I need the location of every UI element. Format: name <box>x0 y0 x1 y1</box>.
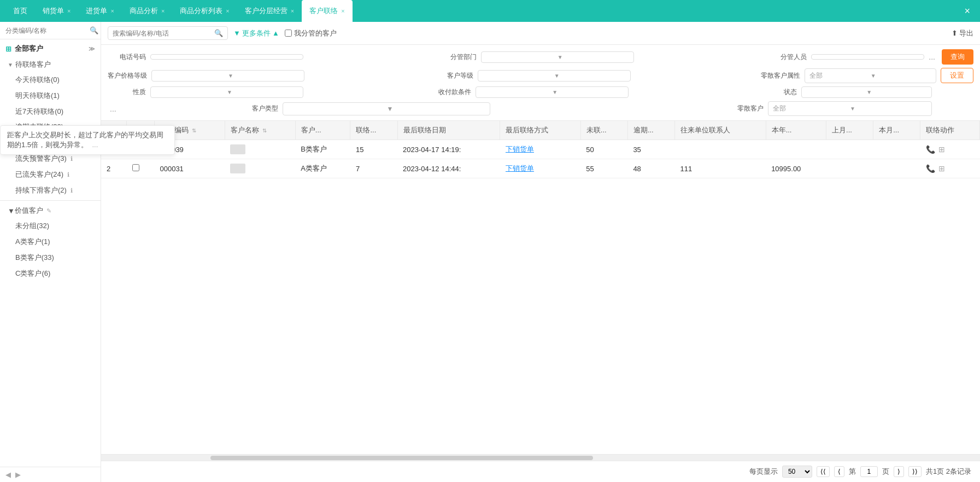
filter-icon: ▼ <box>233 29 240 37</box>
right-arrow-icon[interactable]: ▶ <box>15 471 21 479</box>
status-select[interactable]: ▼ <box>801 86 932 98</box>
nav-purchase[interactable]: 进货单 × <box>78 0 121 22</box>
nav-product-analysis[interactable]: 商品分析 × <box>122 0 172 22</box>
sidebar-group-pending[interactable]: ▼ 待联络客户 <box>0 57 101 72</box>
chevron-down-icon: ▼ <box>866 89 927 95</box>
more-action-icon[interactable]: ⊞ <box>938 164 945 173</box>
payment-select[interactable]: ▼ <box>476 86 629 98</box>
total-records-label: 共1页 2条记录 <box>926 467 971 477</box>
chevron-up-icon: ▲ <box>272 29 279 37</box>
col-last-date: 最后联络日期 <box>397 121 500 140</box>
more-action-icon[interactable]: ⊞ <box>938 145 945 154</box>
close-icon[interactable]: × <box>291 8 294 14</box>
sidebar-group-value[interactable]: ▼ 价值客户 ✎ <box>0 203 101 218</box>
my-customers-checkbox[interactable] <box>285 30 292 37</box>
horizontal-scrollbar[interactable] <box>101 454 980 461</box>
cell-code: 000031 <box>154 159 225 178</box>
setting-button[interactable]: 设置 <box>941 68 973 83</box>
last-page-button[interactable]: ⟩⟩ <box>908 466 922 477</box>
cell-overdue: 48 <box>627 159 674 178</box>
col-unit-contact: 往来单位联系人 <box>674 121 766 140</box>
sidebar-item-a-class[interactable]: A类客户(1) <box>0 234 101 250</box>
sidebar-item-declining[interactable]: 持续下滑客户(2) ℹ <box>0 183 101 199</box>
close-all-button[interactable]: × <box>960 5 975 17</box>
nav-sales[interactable]: 销货单 × <box>35 0 78 22</box>
sidebar-bottom-controls: ◀ ▶ <box>0 467 101 482</box>
nav-customer-tier[interactable]: 客户分层经营 × <box>237 0 302 22</box>
sidebar-item-b-class[interactable]: B类客户(33) <box>0 250 101 266</box>
dept-select[interactable]: ▼ <box>481 51 634 63</box>
last-method-link[interactable]: 下销货单 <box>506 164 534 172</box>
close-icon[interactable]: × <box>226 8 229 14</box>
last-method-link[interactable]: 下销货单 <box>506 145 534 153</box>
cell-this-year: 10995.00 <box>766 159 826 178</box>
sidebar-search-input[interactable] <box>5 27 87 34</box>
status-label: 状态 <box>759 88 797 97</box>
sidebar-search-container: 🔍 <box>0 22 101 39</box>
col-name[interactable]: 客户名称 ⇅ <box>225 121 295 140</box>
sidebar-item-lost[interactable]: 已流失客户(24) ℹ <box>0 167 101 183</box>
per-page-select[interactable]: 50 100 <box>782 466 812 478</box>
sidebar-item-7days[interactable]: 近7天待联络(0) <box>0 104 101 120</box>
cell-last-month <box>826 159 873 178</box>
filter-row-3: 性质 ▼ 收付款条件 ▼ 状态 ▼ <box>108 86 973 98</box>
left-arrow-icon[interactable]: ◀ <box>5 471 11 479</box>
nav-home[interactable]: 首页 <box>5 0 35 22</box>
next-page-button[interactable]: ⟩ <box>894 466 904 477</box>
col-this-month: 本月... <box>873 121 920 140</box>
more-dots-btn[interactable]: ... <box>108 104 119 113</box>
close-icon[interactable]: × <box>341 8 344 14</box>
customer-type-select[interactable]: ▼ <box>283 102 490 115</box>
name-avatar <box>230 144 245 154</box>
name-avatar <box>230 164 245 173</box>
nav-product-analysis-list[interactable]: 商品分析列表 × <box>172 0 237 22</box>
sidebar-search-icon[interactable]: 🔍 <box>90 26 98 34</box>
page-input[interactable] <box>860 466 878 477</box>
phone-action-icon[interactable]: 📞 <box>926 164 935 173</box>
close-icon[interactable]: × <box>67 8 71 14</box>
customer-table: ⚙ 客户编码 ⇅ 客户名称 ⇅ 客户... <box>101 121 980 178</box>
prev-page-button[interactable]: ⟨ <box>834 466 844 477</box>
sidebar: 🔍 ⊞ 全部客户 ≫ ▼ 待联络客户 今天待联络(0) 明天待联络(1) 近7天… <box>0 22 101 482</box>
col-overdue: 逾期... <box>627 121 674 140</box>
filter-search-input[interactable] <box>113 30 212 37</box>
phone-action-icon[interactable]: 📞 <box>926 145 935 154</box>
close-icon[interactable]: × <box>161 8 165 14</box>
tooltip-box: 距客户上次交易时长，超过了此客户的平均交易周期的1.5倍，则视为异常。 ... <box>101 125 175 155</box>
chevron-down-icon: ▼ <box>228 73 300 79</box>
retail-attr-select[interactable]: 全部 ▼ <box>805 68 936 83</box>
col-not-contacted: 未联... <box>580 121 627 140</box>
more-conditions-button[interactable]: ▼ 更多条件 ▲ <box>233 28 279 38</box>
manager-select[interactable] <box>811 54 924 60</box>
first-page-button[interactable]: ⟨⟨ <box>817 466 830 477</box>
arrow-down-icon: ▼ <box>8 62 13 68</box>
page-label: 第 <box>849 467 856 477</box>
filter-row-1: 电话号码 分管部门 ▼ 分管人员 ... 查 <box>108 49 973 65</box>
gender-select[interactable]: ▼ <box>150 86 303 98</box>
close-icon[interactable]: × <box>110 8 114 14</box>
price-grade-select[interactable]: ▼ <box>151 70 304 82</box>
nav-customer-contact[interactable]: 客户联络 × <box>302 0 352 22</box>
collapse-icon[interactable]: ≫ <box>89 45 95 53</box>
sidebar-item-c-class[interactable]: C类客户(6) <box>0 266 101 282</box>
retail-customer-select[interactable]: 全部 ▼ <box>768 101 932 116</box>
query-button[interactable]: 查询 <box>942 49 973 65</box>
cell-last-method: 下销货单 <box>500 159 580 178</box>
info-icon: ℹ <box>71 155 73 162</box>
sort-icon: ⇅ <box>192 127 196 133</box>
cell-last-date: 2023-04-12 14:44: <box>397 159 500 178</box>
phone-input[interactable] <box>150 54 303 60</box>
row-checkbox[interactable] <box>132 164 139 171</box>
customer-grade-select[interactable]: ▼ <box>478 70 631 82</box>
search-icon[interactable]: 🔍 <box>214 29 223 37</box>
export-button[interactable]: ⬆ 导出 <box>952 28 973 38</box>
sidebar-item-today[interactable]: 今天待联络(0) <box>0 72 101 88</box>
sidebar-item-ungrouped[interactable]: 未分组(32) <box>0 218 101 234</box>
col-last-method: 最后联络方式 <box>500 121 580 140</box>
cell-not-contacted: 55 <box>580 159 627 178</box>
scrollbar-thumb[interactable] <box>210 456 593 460</box>
more-dots-button[interactable]: ... <box>926 53 937 61</box>
edit-icon[interactable]: ✎ <box>46 207 51 214</box>
sidebar-item-tomorrow[interactable]: 明天待联络(1) <box>0 88 101 104</box>
cell-unit-contact: 111 <box>674 159 766 178</box>
